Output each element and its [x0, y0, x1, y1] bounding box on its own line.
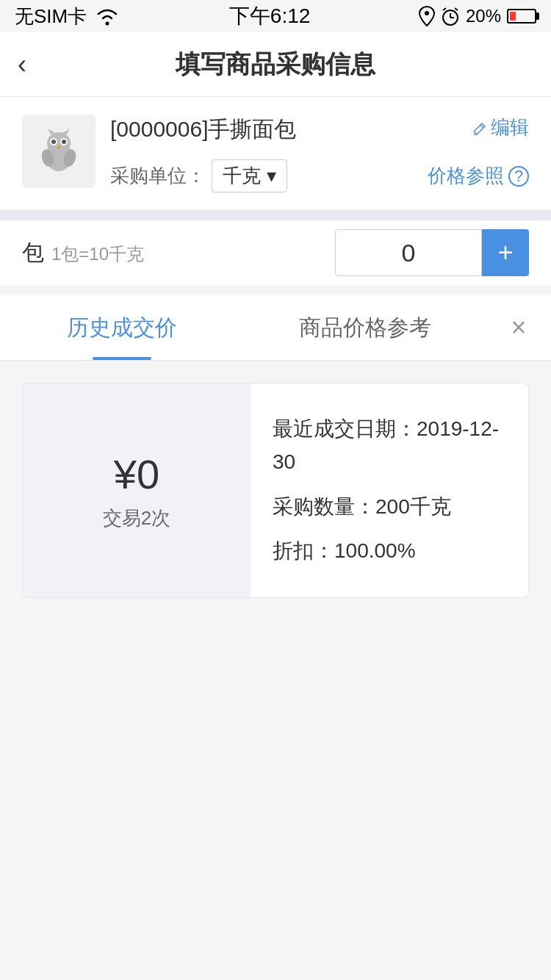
- quantity-label-area: 包 1包=10千克: [22, 238, 335, 268]
- status-bar: 无SIM卡 下午6:12 20%: [0, 0, 551, 32]
- product-details: [0000006]手撕面包 编辑 采购单位： 千克 ▾ 价格参照 ?: [110, 115, 529, 192]
- back-button[interactable]: ‹: [18, 49, 26, 80]
- tab-close-button[interactable]: ×: [486, 295, 551, 360]
- price-details-right: 最近成交日期：2019-12-30 采购数量：200千克 折扣：100.00%: [251, 383, 528, 597]
- qty-label: 采购数量：: [273, 495, 375, 518]
- carrier-text: 无SIM卡: [15, 4, 87, 29]
- date-label: 最近成交日期：: [273, 417, 417, 440]
- unit-ratio-label: 1包=10千克: [51, 242, 144, 266]
- product-thumbnail: [33, 126, 84, 177]
- price-detail-discount: 折扣：100.00%: [273, 535, 506, 568]
- tab-price-ref[interactable]: 商品价格参考: [243, 295, 486, 360]
- svg-point-11: [51, 140, 56, 144]
- tab-active-indicator: [93, 357, 151, 360]
- product-image: [22, 115, 96, 188]
- edit-button[interactable]: 编辑: [472, 115, 529, 140]
- price-summary-left: ¥0 交易2次: [23, 383, 251, 597]
- price-detail-qty: 采购数量：200千克: [273, 491, 506, 524]
- product-header: [0000006]手撕面包 编辑: [110, 115, 529, 145]
- status-time: 下午6:12: [229, 2, 311, 30]
- product-card: [0000006]手撕面包 编辑 采购单位： 千克 ▾ 价格参照 ?: [0, 97, 551, 210]
- status-right: 20%: [419, 6, 536, 26]
- location-icon: [419, 6, 435, 26]
- svg-point-0: [106, 22, 109, 26]
- page-title: 填写商品采购信息: [176, 48, 375, 82]
- product-name: [0000006]手撕面包: [110, 115, 296, 145]
- edit-icon: [472, 120, 488, 136]
- svg-point-12: [62, 140, 66, 144]
- price-ref-label: 价格参照: [428, 163, 504, 189]
- price-amount: ¥0: [114, 450, 159, 498]
- svg-line-18: [480, 125, 483, 128]
- quantity-row: 包 1包=10千克 0 +: [0, 220, 551, 285]
- section-divider: [0, 210, 551, 220]
- alarm-icon: [441, 6, 460, 26]
- wifi-icon: [94, 7, 120, 26]
- quantity-input-area: 0 +: [335, 229, 529, 276]
- svg-line-5: [443, 8, 446, 10]
- price-detail-date: 最近成交日期：2019-12-30: [273, 413, 506, 479]
- price-times: 交易2次: [103, 505, 170, 531]
- unit-bao-label: 包: [22, 238, 44, 268]
- help-icon: ?: [508, 166, 529, 187]
- price-history-card: ¥0 交易2次 最近成交日期：2019-12-30 采购数量：200千克 折扣：…: [22, 383, 529, 598]
- unit-dropdown[interactable]: 千克 ▾: [212, 159, 287, 192]
- discount-value: 100.00%: [334, 539, 416, 562]
- unit-label: 采购单位：: [110, 163, 206, 189]
- tabs-bar: 历史成交价 商品价格参考 ×: [0, 295, 551, 361]
- qty-value: 200千克: [375, 495, 451, 518]
- status-left: 无SIM卡: [15, 4, 120, 29]
- discount-label: 折扣：: [273, 539, 334, 562]
- battery-icon: [507, 9, 536, 24]
- dropdown-arrow-icon: ▾: [267, 165, 276, 187]
- battery-percent: 20%: [466, 6, 501, 26]
- svg-line-6: [455, 8, 458, 10]
- quantity-plus-button[interactable]: +: [482, 229, 529, 276]
- content-area: ¥0 交易2次 最近成交日期：2019-12-30 采购数量：200千克 折扣：…: [0, 361, 551, 801]
- nav-bar: ‹ 填写商品采购信息: [0, 32, 551, 97]
- price-ref-button[interactable]: 价格参照 ?: [428, 163, 529, 189]
- quantity-input[interactable]: 0: [335, 229, 482, 276]
- svg-point-1: [425, 11, 429, 15]
- unit-value: 千克: [223, 163, 261, 189]
- tab-history-price[interactable]: 历史成交价: [0, 295, 243, 360]
- product-unit-row: 采购单位： 千克 ▾ 价格参照 ?: [110, 159, 529, 192]
